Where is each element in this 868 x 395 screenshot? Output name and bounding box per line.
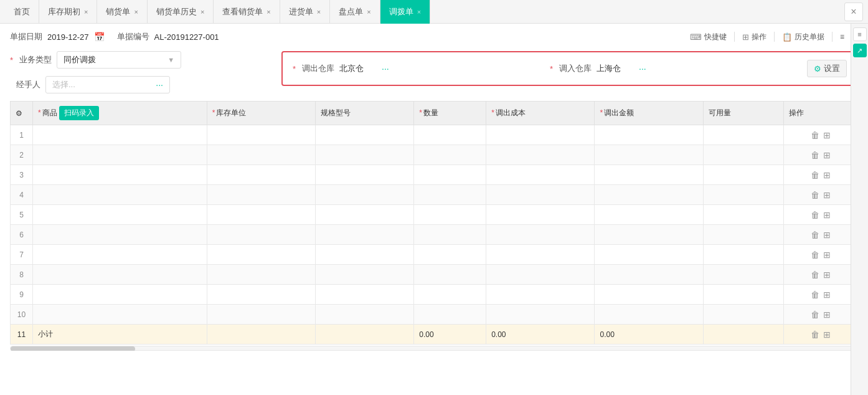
layout-list-button[interactable]: ≡ xyxy=(840,32,844,41)
copy-icon[interactable]: ⊞ xyxy=(823,130,831,140)
amount-cell[interactable] xyxy=(595,245,703,265)
tab-home[interactable]: 首页 xyxy=(5,0,39,24)
settings-button[interactable]: ⚙ 设置 xyxy=(807,60,847,77)
amount-cell[interactable] xyxy=(595,265,703,285)
unit-cell[interactable] xyxy=(207,145,315,165)
close-icon[interactable]: × xyxy=(417,8,421,16)
close-icon[interactable]: × xyxy=(367,8,370,16)
amount-cell[interactable] xyxy=(595,125,703,145)
delete-icon[interactable]: 🗑 xyxy=(811,210,819,220)
shortcut-button[interactable]: ⌨ 快捷键 xyxy=(690,32,727,42)
warehouse-out-more-icon[interactable]: ··· xyxy=(382,64,389,74)
amount-cell[interactable] xyxy=(595,225,703,245)
cost-cell[interactable] xyxy=(486,265,595,285)
unit-cell[interactable] xyxy=(207,245,315,265)
qty-cell[interactable] xyxy=(414,265,486,285)
cost-cell[interactable] xyxy=(486,205,595,225)
warehouse-in-more-icon[interactable]: ··· xyxy=(639,64,646,74)
operation-button[interactable]: ⊞ 操作 xyxy=(742,32,767,42)
spec-cell[interactable] xyxy=(316,205,414,225)
amount-cell[interactable] xyxy=(595,145,703,165)
spec-cell[interactable] xyxy=(316,305,414,325)
amount-cell[interactable] xyxy=(595,305,703,325)
delete-icon[interactable]: 🗑 xyxy=(811,290,819,300)
spec-cell[interactable] xyxy=(316,265,414,285)
spec-cell[interactable] xyxy=(316,285,414,305)
qty-cell[interactable] xyxy=(414,205,486,225)
product-cell[interactable] xyxy=(33,125,207,145)
spec-cell[interactable] xyxy=(316,225,414,245)
more-icon[interactable]: ··· xyxy=(156,80,163,90)
qty-cell[interactable] xyxy=(414,185,486,205)
tab-sales-order[interactable]: 销货单 × xyxy=(97,0,147,24)
close-icon[interactable]: × xyxy=(317,8,321,16)
unit-cell[interactable] xyxy=(207,305,315,325)
calendar-icon[interactable]: 📅 xyxy=(94,32,105,42)
copy-icon[interactable]: ⊞ xyxy=(823,290,831,300)
close-icon[interactable]: × xyxy=(134,8,138,16)
tab-transfer[interactable]: 调拨单 × xyxy=(380,0,430,24)
qty-cell[interactable] xyxy=(414,305,486,325)
delete-icon[interactable]: 🗑 xyxy=(811,230,819,240)
spec-cell[interactable] xyxy=(316,145,414,165)
product-cell[interactable] xyxy=(33,145,207,165)
business-type-select[interactable]: 同价调拨 ▼ xyxy=(57,51,181,69)
qty-cell[interactable] xyxy=(414,125,486,145)
product-cell[interactable] xyxy=(33,305,207,325)
right-panel-share-btn[interactable]: ↗ xyxy=(853,44,867,57)
product-cell[interactable] xyxy=(33,285,207,305)
qty-cell[interactable] xyxy=(414,285,486,305)
delete-icon[interactable]: 🗑 xyxy=(811,170,819,180)
cost-cell[interactable] xyxy=(486,285,595,305)
copy-icon[interactable]: ⊞ xyxy=(823,150,831,160)
amount-cell[interactable] xyxy=(595,165,703,185)
amount-cell[interactable] xyxy=(595,185,703,205)
unit-cell[interactable] xyxy=(207,165,315,185)
product-cell[interactable] xyxy=(33,245,207,265)
close-icon[interactable]: × xyxy=(84,8,88,16)
cost-cell[interactable] xyxy=(486,145,595,165)
delete-icon[interactable]: 🗑 xyxy=(811,130,819,140)
gear-header[interactable]: ⚙ xyxy=(11,102,33,125)
product-cell[interactable] xyxy=(33,165,207,185)
cost-cell[interactable] xyxy=(486,185,595,205)
qty-cell[interactable] xyxy=(414,225,486,245)
delete-icon[interactable]: 🗑 xyxy=(811,250,819,260)
amount-cell[interactable] xyxy=(595,205,703,225)
product-cell[interactable] xyxy=(33,225,207,245)
unit-cell[interactable] xyxy=(207,285,315,305)
delete-icon[interactable]: 🗑 xyxy=(811,330,819,340)
spec-cell[interactable] xyxy=(316,185,414,205)
product-cell[interactable] xyxy=(33,205,207,225)
unit-cell[interactable] xyxy=(207,185,315,205)
tab-view-sales[interactable]: 查看销货单 × xyxy=(214,0,280,24)
qty-cell[interactable] xyxy=(414,145,486,165)
close-icon[interactable]: × xyxy=(200,8,204,16)
cost-cell[interactable] xyxy=(486,245,595,265)
qty-cell[interactable] xyxy=(414,245,486,265)
copy-icon[interactable]: ⊞ xyxy=(823,250,831,260)
copy-icon[interactable]: ⊞ xyxy=(823,190,831,200)
unit-cell[interactable] xyxy=(207,265,315,285)
copy-icon[interactable]: ⊞ xyxy=(823,210,831,220)
right-panel-list-btn[interactable]: ≡ xyxy=(853,27,867,41)
history-button[interactable]: 📋 历史单据 xyxy=(782,32,824,42)
tab-purchase-order[interactable]: 进货单 × xyxy=(280,0,330,24)
product-cell[interactable] xyxy=(33,265,207,285)
window-close-button[interactable]: × xyxy=(844,2,863,21)
copy-icon[interactable]: ⊞ xyxy=(823,270,831,280)
delete-icon[interactable]: 🗑 xyxy=(811,150,819,160)
unit-cell[interactable] xyxy=(207,225,315,245)
tab-stocktake[interactable]: 盘点单 × xyxy=(330,0,380,24)
copy-icon[interactable]: ⊞ xyxy=(823,330,831,340)
scan-button[interactable]: 扫码录入 xyxy=(59,106,99,120)
qty-cell[interactable] xyxy=(414,165,486,185)
scroll-bar[interactable] xyxy=(10,346,858,351)
delete-icon[interactable]: 🗑 xyxy=(811,270,819,280)
copy-icon[interactable]: ⊞ xyxy=(823,230,831,240)
spec-cell[interactable] xyxy=(316,125,414,145)
handler-select[interactable]: 选择... ··· xyxy=(45,76,170,93)
delete-icon[interactable]: 🗑 xyxy=(811,310,819,320)
spec-cell[interactable] xyxy=(316,165,414,185)
product-cell[interactable] xyxy=(33,185,207,205)
